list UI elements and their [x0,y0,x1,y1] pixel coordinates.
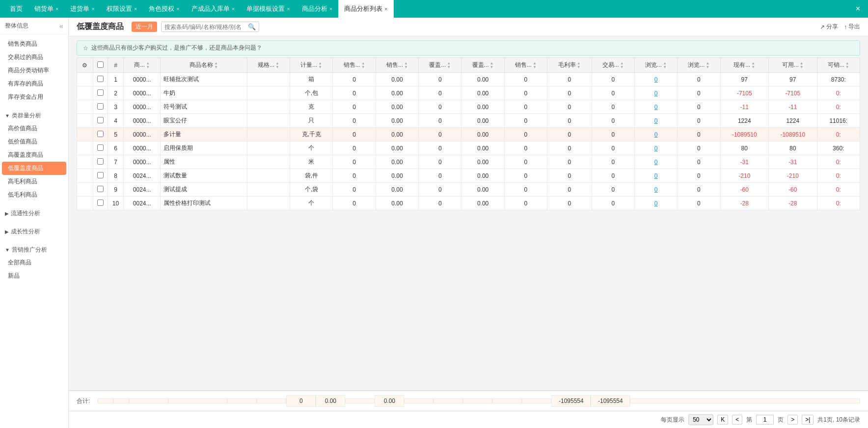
nav-close-product-analysis-list[interactable]: × [384,6,387,12]
nav-close-role-auth[interactable]: × [176,6,179,12]
cell-checkbox[interactable] [93,86,108,100]
nav-close-permissions[interactable]: × [134,6,137,12]
search-input[interactable] [164,24,248,30]
col-sales-amt[interactable]: 销售...▲▼ [376,58,418,73]
sidebar: 整体信息 « 销售类商品 交易过的商品 商品分类动销率 有库存的商品 库存资金占… [0,18,69,428]
cell-checkbox[interactable] [93,169,108,183]
row-checkbox[interactable] [97,172,104,178]
nav-close-template-settings[interactable]: × [287,6,290,12]
nav-product-warehouse[interactable]: 产成品入库单 × [186,0,241,18]
cell-checkbox[interactable] [93,155,108,169]
col-cover-a[interactable]: 覆盖...▲▼ [419,58,461,73]
cell-sales-amt: 0.00 [376,86,418,100]
col-settings[interactable]: ⚙ [77,58,93,73]
sidebar-section-flow-title[interactable]: ▶ 流通性分析 [0,207,68,220]
nav-close-purchase-order[interactable]: × [91,6,94,12]
cell-browse-a[interactable]: 0 [634,73,677,86]
per-page-select[interactable]: 50 100 200 [688,414,713,425]
prev-page-button[interactable]: < [732,415,742,425]
cell-sales-amt: 0.00 [376,128,418,142]
row-checkbox[interactable] [97,131,104,137]
page-input[interactable] [756,415,774,425]
row-checkbox[interactable] [97,200,104,206]
cell-checkbox[interactable] [93,114,108,128]
sidebar-item-low-value[interactable]: 低价值商品 [0,135,68,148]
cell-browse-a[interactable]: 0 [634,197,677,210]
col-unit[interactable]: 计量...▲▼ [290,58,333,73]
cell-browse-a[interactable]: 0 [634,169,677,183]
sidebar-item-low-coverage[interactable]: 低覆盖度商品 [2,162,66,175]
col-available[interactable]: 可用...▲▼ [769,58,817,73]
nav-close-all[interactable]: × [852,4,864,13]
cell-browse-a[interactable]: 0 [634,155,677,169]
cell-checkbox[interactable] [93,128,108,142]
last-page-button[interactable]: >| [802,415,814,425]
sidebar-collapse-button[interactable]: « [59,22,63,30]
nav-close-product-warehouse[interactable]: × [232,6,235,12]
sidebar-item-category-rate[interactable]: 商品分类动销率 [0,64,68,77]
col-gross-rate[interactable]: 毛利率▲▼ [547,58,592,73]
col-name[interactable]: 商品名称▲▼ [161,58,247,73]
cell-browse-a[interactable]: 0 [634,128,677,142]
nav-home[interactable]: 首页 [4,0,28,18]
row-checkbox[interactable] [97,103,104,110]
sidebar-item-all-goods[interactable]: 全部商品 [0,256,68,269]
search-icon[interactable]: 🔍 [248,23,256,30]
sidebar-item-high-margin[interactable]: 高毛利商品 [0,175,68,188]
sidebar-section-growth-title[interactable]: ▶ 成长性分析 [0,226,68,238]
export-button[interactable]: ↑ 导出 [844,23,860,31]
nav-sales-order[interactable]: 销货单 × [28,0,64,18]
col-cover-b[interactable]: 覆盖...▲▼ [461,58,504,73]
sidebar-item-stock-capital[interactable]: 库存资金占用 [0,90,68,104]
row-checkbox[interactable] [97,89,104,96]
col-code[interactable]: 商...▲▼ [123,58,160,73]
nav-product-analysis-list[interactable]: 商品分析列表 × [338,0,393,18]
sidebar-item-high-value[interactable]: 高价值商品 [0,122,68,135]
col-browse-b[interactable]: 浏览...▲▼ [678,58,720,73]
cell-browse-a[interactable]: 0 [634,86,677,100]
nav-permissions[interactable]: 权限设置 × [101,0,143,18]
sidebar-item-high-coverage[interactable]: 高覆盖度商品 [0,148,68,162]
col-spec[interactable]: 规格...▲▼ [247,58,290,73]
col-trade[interactable]: 交易...▲▼ [592,58,634,73]
nav-purchase-order[interactable]: 进货单 × [64,0,100,18]
share-button[interactable]: ↗ 分享 [820,23,838,31]
period-button[interactable]: 近一月 [132,22,157,32]
sidebar-item-new-goods[interactable]: 新品 [0,269,68,283]
cell-checkbox[interactable] [93,183,108,197]
cell-browse-a[interactable]: 0 [634,114,677,128]
nav-close-product-analysis[interactable]: × [329,6,332,12]
next-page-button[interactable]: > [787,415,798,425]
sidebar-section-marketing-title[interactable]: ▼ 营销推广分析 [0,244,68,256]
cell-checkbox[interactable] [93,197,108,210]
sidebar-section-quality-title[interactable]: ▼ 类群量分析 [0,110,68,122]
cell-cover-b: 0.00 [461,100,504,114]
col-select-all[interactable] [93,58,108,73]
cell-browse-a[interactable]: 0 [634,183,677,197]
col-sellable[interactable]: 可销...▲▼ [817,58,860,73]
cell-checkbox[interactable] [93,73,108,86]
cell-browse-a[interactable]: 0 [634,100,677,114]
nav-close-sales-order[interactable]: × [55,6,58,12]
nav-product-analysis[interactable]: 商品分析 × [296,0,338,18]
cell-checkbox[interactable] [93,142,108,155]
cell-browse-a[interactable]: 0 [634,142,677,155]
sidebar-item-low-margin[interactable]: 低毛利商品 [0,188,68,201]
col-browse-a[interactable]: 浏览...▲▼ [634,58,677,73]
nav-template-settings[interactable]: 单据模板设置 × [241,0,296,18]
sidebar-item-sales-goods[interactable]: 销售类商品 [0,37,68,51]
col-current[interactable]: 现有...▲▼ [720,58,769,73]
col-sales-qty[interactable]: 销售...▲▼ [333,58,376,73]
sidebar-item-traded-goods[interactable]: 交易过的商品 [0,51,68,64]
row-checkbox[interactable] [97,144,104,151]
nav-role-auth[interactable]: 角色授权 × [143,0,185,18]
first-page-button[interactable]: K [717,415,728,425]
col-sales-c[interactable]: 销售...▲▼ [504,58,547,73]
row-checkbox[interactable] [97,158,104,165]
row-checkbox[interactable] [97,186,104,192]
row-checkbox[interactable] [97,117,104,123]
cell-checkbox[interactable] [93,100,108,114]
select-all-checkbox[interactable] [97,61,104,68]
sidebar-item-in-stock[interactable]: 有库存的商品 [0,77,68,90]
row-checkbox[interactable] [97,76,104,82]
